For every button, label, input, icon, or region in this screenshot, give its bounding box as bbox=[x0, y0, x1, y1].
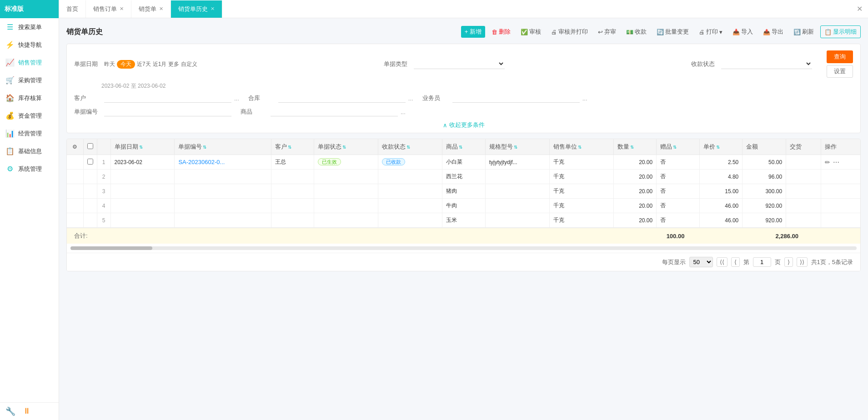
sidebar-item-quick-nav[interactable]: ⚡ 快捷导航 bbox=[0, 36, 59, 54]
shortcut-today[interactable]: 今天 bbox=[117, 60, 135, 69]
td-doc-no[interactable]: SA-20230602-0... bbox=[175, 155, 271, 170]
tab-sales-goods[interactable]: 销货单 ✕ bbox=[131, 0, 171, 18]
audit-print-button[interactable]: 🖨 审核并打印 bbox=[547, 26, 592, 38]
collect-status-select-wrap[interactable] bbox=[721, 59, 812, 69]
th-collect-status[interactable]: 收款状态⇅ bbox=[378, 139, 442, 155]
sort-collect-status-icon[interactable]: ⇅ bbox=[406, 145, 410, 150]
sort-doc-date-icon[interactable]: ⇅ bbox=[139, 145, 143, 150]
sidebar-item-inventory-calc[interactable]: 🏠 库存核算 bbox=[0, 89, 59, 107]
abandon-button[interactable]: ↩ 弃审 bbox=[594, 26, 620, 38]
sort-spec-icon[interactable]: ⇅ bbox=[514, 145, 517, 150]
sidebar-item-sales-mgmt[interactable]: 📈 销售管理 bbox=[0, 54, 59, 71]
sort-gift-icon[interactable]: ⇅ bbox=[673, 145, 677, 150]
settings-bottom-icon[interactable]: 🔧 bbox=[5, 406, 15, 416]
th-price[interactable]: 单价⇅ bbox=[699, 139, 743, 155]
print-button[interactable]: 🖨 打印 ▾ bbox=[695, 26, 726, 38]
sidebar-item-ops-mgmt[interactable]: 📊 经营管理 bbox=[0, 125, 59, 142]
new-button[interactable]: + 新增 bbox=[461, 26, 485, 38]
first-page-button[interactable]: ⟨⟨ bbox=[717, 257, 728, 267]
shortcut-yesterday[interactable]: 昨天 bbox=[104, 60, 115, 68]
sort-goods-icon[interactable]: ⇅ bbox=[459, 145, 462, 150]
td-doc-no[interactable] bbox=[175, 213, 271, 228]
edit-icon[interactable]: ✏ bbox=[825, 159, 830, 166]
th-goods[interactable]: 商品⇅ bbox=[442, 139, 486, 155]
table-row[interactable]: 4 牛肉 千克 20.00 否 46.00 920.00 bbox=[67, 199, 860, 213]
warehouse-input[interactable] bbox=[278, 94, 406, 103]
td-doc-no[interactable] bbox=[175, 170, 271, 184]
query-button[interactable]: 查询 bbox=[827, 50, 853, 63]
td-checkbox[interactable] bbox=[83, 155, 97, 170]
td-checkbox[interactable] bbox=[83, 184, 97, 199]
sidebar-item-fund-mgmt[interactable]: 💰 资金管理 bbox=[0, 107, 59, 125]
display-detail-button[interactable]: 📋 显示明细 bbox=[820, 25, 861, 38]
th-qty[interactable]: 数量⇅ bbox=[613, 139, 657, 155]
shortcut-7days[interactable]: 近7天 bbox=[137, 60, 151, 68]
pause-bottom-icon[interactable]: ⏸ bbox=[23, 406, 31, 416]
tab-sales-history-close[interactable]: ✕ bbox=[211, 6, 215, 12]
row-checkbox[interactable] bbox=[87, 159, 93, 165]
next-page-button[interactable]: ⟩ bbox=[784, 257, 793, 267]
th-doc-date[interactable]: 单据日期⇅ bbox=[110, 139, 175, 155]
th-doc-no[interactable]: 单据编号⇅ bbox=[175, 139, 271, 155]
table-row[interactable]: 1 2023-06-02 SA-20230602-0... 王总 已生效 已收款… bbox=[67, 155, 860, 170]
page-number-input[interactable] bbox=[753, 257, 771, 267]
delete-button[interactable]: 🗑 删除 bbox=[488, 26, 514, 38]
sort-doc-no-icon[interactable]: ⇅ bbox=[203, 145, 206, 150]
sort-unit-icon[interactable]: ⇅ bbox=[578, 145, 582, 150]
table-row[interactable]: 5 玉米 千克 20.00 否 46.00 920.00 bbox=[67, 213, 860, 228]
last-page-button[interactable]: ⟩⟩ bbox=[797, 257, 808, 267]
th-customer[interactable]: 客户⇅ bbox=[271, 139, 314, 155]
sort-doc-status-icon[interactable]: ⇅ bbox=[342, 145, 346, 150]
sidebar-item-system-mgmt[interactable]: ⚙ 系统管理 bbox=[0, 160, 59, 178]
th-gift[interactable]: 赠品⇅ bbox=[657, 139, 700, 155]
table-row[interactable]: 3 猪肉 千克 20.00 否 15.00 300.00 bbox=[67, 184, 860, 199]
set-button[interactable]: 设置 bbox=[827, 65, 853, 78]
td-checkbox[interactable] bbox=[83, 199, 97, 213]
tab-sales-order[interactable]: 销售订单 ✕ bbox=[86, 0, 131, 18]
tab-sales-history[interactable]: 销货单历史 ✕ bbox=[171, 0, 222, 18]
horizontal-scrollbar[interactable] bbox=[70, 246, 857, 250]
refresh-button[interactable]: 🔃 刷新 bbox=[790, 26, 818, 38]
collect-status-select[interactable] bbox=[721, 59, 812, 69]
td-doc-no[interactable] bbox=[175, 199, 271, 213]
staff-input[interactable] bbox=[452, 94, 580, 103]
th-checkbox[interactable] bbox=[83, 139, 97, 155]
sort-customer-icon[interactable]: ⇅ bbox=[288, 145, 291, 150]
doc-no-link[interactable]: SA-20230602-0... bbox=[178, 159, 225, 165]
td-checkbox[interactable] bbox=[83, 213, 97, 228]
staff-dots[interactable]: ... bbox=[582, 95, 587, 102]
prev-page-button[interactable]: ⟨ bbox=[731, 257, 740, 267]
collapse-button[interactable]: ∧ 收起更多条件 bbox=[74, 121, 853, 129]
th-doc-status[interactable]: 单据状态⇅ bbox=[314, 139, 378, 155]
export-button[interactable]: 📤 导出 bbox=[759, 26, 787, 38]
td-doc-no[interactable] bbox=[175, 184, 271, 199]
page-size-select[interactable]: 50 20 100 bbox=[689, 257, 713, 267]
sidebar-item-purchase-mgmt[interactable]: 🛒 采购管理 bbox=[0, 71, 59, 89]
tab-sales-order-close[interactable]: ✕ bbox=[120, 6, 124, 12]
table-row[interactable]: 2 西兰花 千克 20.00 否 4.80 96.00 bbox=[67, 170, 860, 184]
customer-input[interactable] bbox=[104, 94, 231, 103]
import-button[interactable]: 📥 导入 bbox=[729, 26, 757, 38]
td-checkbox[interactable] bbox=[83, 170, 97, 184]
doc-type-select-wrap[interactable] bbox=[414, 59, 505, 69]
shortcut-1month[interactable]: 近1月 bbox=[153, 60, 167, 68]
tab-home[interactable]: 首页 bbox=[59, 0, 86, 18]
sidebar-item-search-menu[interactable]: ☰ 搜索菜单 bbox=[0, 18, 59, 36]
tab-sales-goods-close[interactable]: ✕ bbox=[159, 6, 163, 12]
warehouse-dots[interactable]: ... bbox=[408, 95, 413, 102]
doc-no-input[interactable] bbox=[104, 107, 231, 116]
th-settings[interactable]: ⚙ bbox=[67, 139, 83, 155]
customer-dots[interactable]: ... bbox=[234, 95, 239, 102]
tab-bar-close-all[interactable]: ✕ bbox=[851, 5, 868, 13]
more-icon[interactable]: ⋯ bbox=[833, 159, 839, 166]
sort-price-icon[interactable]: ⇅ bbox=[716, 145, 720, 150]
audit-button[interactable]: ✅ 审核 bbox=[517, 26, 545, 38]
collect-button[interactable]: 💵 收款 bbox=[622, 26, 650, 38]
batch-change-button[interactable]: 🔄 批量变更 bbox=[653, 26, 692, 38]
shortcut-more[interactable]: 更多 bbox=[168, 60, 179, 68]
goods-dots[interactable]: ... bbox=[401, 109, 406, 115]
select-all-checkbox[interactable] bbox=[87, 143, 93, 149]
goods-input[interactable] bbox=[271, 107, 398, 116]
th-unit[interactable]: 销售单位⇅ bbox=[549, 139, 613, 155]
sort-qty-icon[interactable]: ⇅ bbox=[630, 145, 634, 150]
